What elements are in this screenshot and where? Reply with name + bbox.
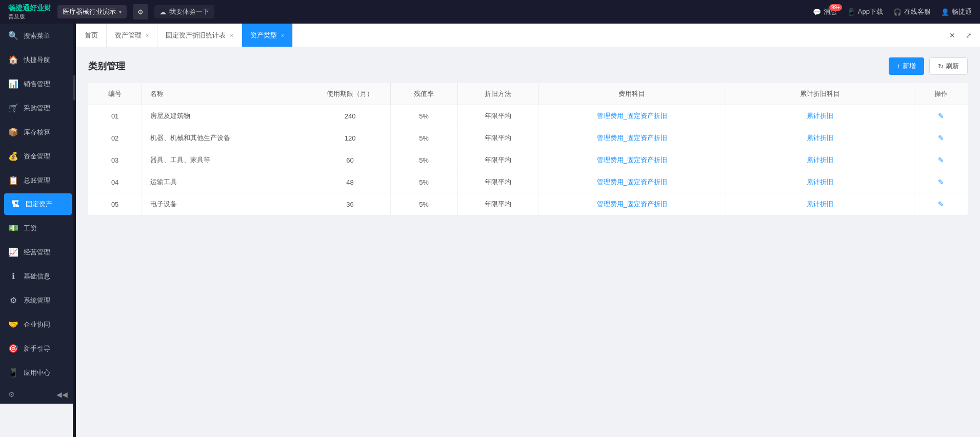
page-title: 类别管理 xyxy=(88,60,125,72)
sidebar-item-salary[interactable]: 💵 工资 xyxy=(0,216,76,240)
sidebar-item-basic-info[interactable]: ℹ 基础信息 xyxy=(0,264,76,288)
tab-depreciation-table[interactable]: 固定资产折旧统计表 × xyxy=(157,24,242,47)
cell-code: 01 xyxy=(88,105,142,127)
assets-icon: 🏗 xyxy=(10,200,21,209)
sidebar-item-guide[interactable]: 🎯 新手引导 xyxy=(0,336,76,361)
sidebar-item-search[interactable]: 🔍 搜索菜单 xyxy=(0,24,76,48)
cell-expense: 管理费用_固定资产折旧 xyxy=(538,149,726,171)
cell-expense: 管理费用_固定资产折旧 xyxy=(538,105,726,127)
inventory-icon: 📦 xyxy=(8,127,18,137)
cell-period: 36 xyxy=(310,193,390,215)
cell-action: ✎ xyxy=(914,105,968,127)
table-row: 05 电子设备 36 5% 年限平均 管理费用_固定资产折旧 累计折旧 ✎ xyxy=(88,193,968,215)
sidebar-item-label: 经营管理 xyxy=(24,248,50,257)
cell-period: 60 xyxy=(310,149,390,171)
sidebar-item-sales[interactable]: 📊 销售管理 xyxy=(0,72,76,96)
sidebar-item-operations[interactable]: 📈 经营管理 xyxy=(0,240,76,264)
edit-button[interactable]: ✎ xyxy=(938,178,944,186)
edit-button[interactable]: ✎ xyxy=(938,156,944,164)
sidebar-item-label: 库存核算 xyxy=(24,128,50,137)
main-layout: 🔍 搜索菜单 🏠 快捷导航 📊 销售管理 🛒 采购管理 📦 库存核算 💰 xyxy=(0,24,980,437)
sidebar-item-label: 工资 xyxy=(24,224,37,233)
cell-expense: 管理费用_固定资产折旧 xyxy=(538,127,726,149)
tab-close-depreciation[interactable]: × xyxy=(230,32,233,38)
sidebar-item-label: 搜索菜单 xyxy=(24,31,50,41)
cell-method: 年限平均 xyxy=(457,127,538,149)
sidebar-item-funds[interactable]: 💰 资金管理 xyxy=(0,144,76,168)
close-tab-button[interactable]: ✕ xyxy=(945,28,959,43)
cell-period: 240 xyxy=(310,105,390,127)
sales-icon: 📊 xyxy=(8,79,18,89)
top-bar-left: 畅捷通好业财 普及版 医疗器械行业演示 ▾ ⚙ ☁ 我要体验一下 xyxy=(8,4,214,21)
col-header-code: 编号 xyxy=(88,83,142,105)
online-service-button[interactable]: 🎧 在线客服 xyxy=(893,7,931,16)
sidebar-item-inventory[interactable]: 📦 库存核算 xyxy=(0,120,76,144)
app-download-button[interactable]: 📱 App下载 xyxy=(847,7,883,16)
sidebar-item-label: 基础信息 xyxy=(24,272,50,281)
tab-close-asset-management[interactable]: × xyxy=(146,32,149,38)
settings-bottom-icon[interactable]: ⚙ xyxy=(8,390,15,399)
edit-button[interactable]: ✎ xyxy=(938,134,944,142)
page-actions: + 新增 ↻ 刷新 xyxy=(889,57,968,75)
sidebar-item-purchase[interactable]: 🛒 采购管理 xyxy=(0,96,76,120)
system-icon: ⚙ xyxy=(8,295,18,305)
experience-button[interactable]: ☁ 我要体验一下 xyxy=(154,5,214,18)
online-service-label: 在线客服 xyxy=(904,7,931,16)
sidebar-item-label: 总账管理 xyxy=(24,176,50,185)
maximize-button[interactable]: ⤢ xyxy=(962,28,976,43)
tab-depreciation-table-label: 固定资产折旧统计表 xyxy=(166,31,226,40)
industry-selector[interactable]: 医疗器械行业演示 ▾ xyxy=(57,5,127,18)
scroll-thumb xyxy=(73,75,75,101)
edit-button[interactable]: ✎ xyxy=(938,112,944,120)
col-header-action: 操作 xyxy=(914,83,968,105)
message-icon: 💬 xyxy=(813,8,821,16)
sidebar-item-app-center[interactable]: 📱 应用中心 xyxy=(0,361,76,385)
content-area: 首页 资产管理 × 固定资产折旧统计表 × 资产类型 × ✕ ⤢ 类别管理 xyxy=(76,24,980,437)
sidebar: 🔍 搜索菜单 🏠 快捷导航 📊 销售管理 🛒 采购管理 📦 库存核算 💰 xyxy=(0,24,76,404)
cloud-icon: ☁ xyxy=(159,8,166,16)
collapse-icon[interactable]: ◀◀ xyxy=(56,390,68,399)
sidebar-item-ledger[interactable]: 📋 总账管理 xyxy=(0,168,76,192)
tab-close-asset-type[interactable]: × xyxy=(281,32,284,38)
table-row: 01 房屋及建筑物 240 5% 年限平均 管理费用_固定资产折旧 累计折旧 ✎ xyxy=(88,105,968,127)
cell-action: ✎ xyxy=(914,127,968,149)
col-header-residual: 残值率 xyxy=(390,83,457,105)
tab-asset-type[interactable]: 资产类型 × xyxy=(242,24,293,47)
new-button[interactable]: + 新增 xyxy=(889,57,924,75)
cell-expense: 管理费用_固定资产折旧 xyxy=(538,171,726,193)
tab-home[interactable]: 首页 xyxy=(76,24,107,47)
edit-button[interactable]: ✎ xyxy=(938,200,944,208)
cell-action: ✎ xyxy=(914,193,968,215)
sidebar-item-quick-nav[interactable]: 🏠 快捷导航 xyxy=(0,48,76,72)
page-header: 类别管理 + 新增 ↻ 刷新 xyxy=(88,57,968,75)
cell-code: 04 xyxy=(88,171,142,193)
cell-residual: 5% xyxy=(390,127,457,149)
settings-icon[interactable]: ⚙ xyxy=(133,4,148,19)
tab-asset-management[interactable]: 资产管理 × xyxy=(107,24,157,47)
tabs-bar: 首页 资产管理 × 固定资产折旧统计表 × 资产类型 × ✕ ⤢ xyxy=(76,24,980,47)
enterprise-icon: 🤝 xyxy=(8,320,18,329)
industry-label: 医疗器械行业演示 xyxy=(63,7,116,16)
cell-action: ✎ xyxy=(914,171,968,193)
sidebar-item-enterprise[interactable]: 🤝 企业协同 xyxy=(0,312,76,336)
cell-code: 02 xyxy=(88,127,142,149)
sidebar-item-label: 采购管理 xyxy=(24,104,50,113)
operations-icon: 📈 xyxy=(8,247,18,257)
cell-period: 48 xyxy=(310,171,390,193)
avatar-icon: 👤 xyxy=(941,8,949,16)
messages-button[interactable]: 💬 消息 99+ xyxy=(813,7,837,16)
table-row: 03 器具、工具、家具等 60 5% 年限平均 管理费用_固定资产折旧 累计折旧… xyxy=(88,149,968,171)
table-header-row: 编号 名称 使用期限（月） 残值率 折旧方法 费用科目 累计折旧科目 操作 xyxy=(88,83,968,105)
home-icon: 🏠 xyxy=(8,55,18,65)
sidebar-item-fixed-assets[interactable]: 🏗 固定资产 xyxy=(4,193,72,215)
refresh-button[interactable]: ↻ 刷新 xyxy=(929,57,968,75)
cell-name: 器具、工具、家具等 xyxy=(142,149,310,171)
cell-expense: 管理费用_固定资产折旧 xyxy=(538,193,726,215)
sidebar-item-label: 企业协同 xyxy=(24,320,50,329)
user-area[interactable]: 👤 畅捷通 xyxy=(941,7,972,16)
cell-accumulated: 累计折旧 xyxy=(726,193,914,215)
col-header-method: 折旧方法 xyxy=(457,83,538,105)
salary-icon: 💵 xyxy=(8,223,18,233)
sidebar-item-label: 销售管理 xyxy=(24,80,50,89)
sidebar-item-system[interactable]: ⚙ 系统管理 xyxy=(0,288,76,312)
